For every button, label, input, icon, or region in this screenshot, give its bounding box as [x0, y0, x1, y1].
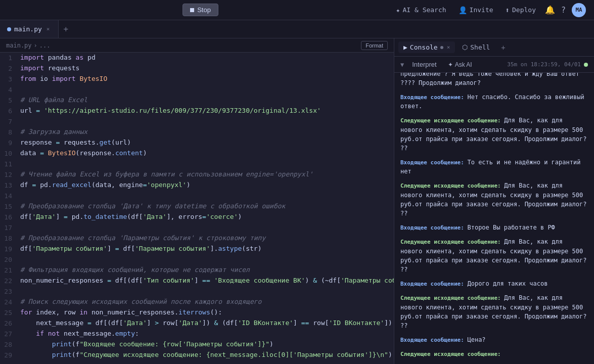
- deploy-icon: ⬆: [506, 6, 510, 14]
- outgoing-label: Следующее исходящее сообщение:: [400, 117, 504, 124]
- chat-message: Следующее исходящее сообщение: Доброе ут…: [400, 73, 588, 87]
- ai-search-label: AI & Search: [403, 6, 446, 14]
- editor-pane: main.py › ... Format 1 import pandas as …: [0, 38, 394, 364]
- code-line: 17: [0, 222, 394, 233]
- chat-message: Следующее исходящее сообщение: Для Вас, …: [400, 116, 588, 153]
- chat-area[interactable]: Следующее исходящее сообщение: Вы перест…: [394, 73, 594, 364]
- deploy-link[interactable]: ⬆ Deploy: [502, 4, 539, 16]
- timestamp-area: 35m on 18:23:59, 04/01: [507, 61, 588, 68]
- format-button[interactable]: Format: [361, 41, 388, 50]
- tab-add-button[interactable]: +: [59, 20, 73, 38]
- top-navbar: Stop ✦ AI & Search 👤 Invite ⬆ Deploy 🔔 ?…: [0, 0, 594, 20]
- deploy-label: Deploy: [512, 6, 536, 14]
- py-indicator: [7, 27, 11, 31]
- nav-right: ✦ AI & Search 👤 Invite ⬆ Deploy 🔔 ? MA: [393, 3, 586, 17]
- outgoing-label: Следующее исходящее сообщение:: [400, 295, 504, 301]
- tab-console[interactable]: ▶ Console ×: [398, 41, 455, 53]
- sparkle-icon: ✦: [396, 6, 400, 14]
- code-line: 6 url = 'https://aipetri-studio.ru/files…: [0, 106, 394, 116]
- bell-icon[interactable]: 🔔: [545, 5, 555, 15]
- console-label: Console: [410, 43, 438, 51]
- incoming-label: Входящее сообщение:: [400, 224, 467, 231]
- console-dot: [440, 46, 443, 49]
- chat-message: Входящее сообщение: Второе Вы работаете …: [400, 223, 588, 233]
- tab-add-right-button[interactable]: +: [497, 41, 509, 54]
- ask-ai-button[interactable]: ✦ Ask AI: [445, 60, 475, 70]
- code-line: 20: [0, 254, 394, 265]
- nav-center: Stop: [182, 4, 218, 16]
- interpret-button[interactable]: Interpret: [408, 59, 440, 70]
- tab-shell[interactable]: ⬡ Shell: [457, 41, 495, 53]
- code-line: 8 # Загрузка данных: [0, 127, 394, 138]
- stop-label: Stop: [197, 6, 211, 14]
- chat-message: Входящее сообщение: То есть и не надёжно…: [400, 158, 588, 176]
- code-line: 1 import pandas as pd: [0, 53, 394, 63]
- code-line: 22 non_numeric_responses = df[(df['Тип с…: [0, 276, 394, 286]
- code-line: 5 # URL файла Excel: [0, 95, 394, 106]
- code-area[interactable]: 1 import pandas as pd 2 import requests …: [0, 53, 394, 364]
- ask-ai-label: Ask AI: [455, 61, 472, 68]
- online-indicator: [584, 63, 588, 67]
- shell-icon: ⬡: [462, 43, 468, 51]
- outgoing-label: Следующее исходящее сообщение:: [400, 239, 504, 245]
- code-line: 12 # Чтение файла Excel из буфера в памя…: [0, 169, 394, 180]
- timestamp-text: 35m on 18:23:59, 04/01: [507, 61, 581, 68]
- outgoing-label: Следующее исходящее сообщение:: [400, 351, 501, 357]
- chat-message: Входящее сообщение: Цена?: [400, 335, 588, 345]
- interpret-bar: ▼ Interpret ✦ Ask AI 35m on 18:23:59, 04…: [394, 57, 594, 73]
- code-line: 29 print(f"Следующее исходящее сообщение…: [0, 350, 394, 360]
- incoming-label: Входящее сообщение:: [400, 159, 467, 166]
- breadcrumb-sep: ›: [34, 42, 37, 49]
- stop-button[interactable]: Stop: [182, 4, 218, 16]
- code-line: 16 df['Дата'] = pd.to_datetime(df['Дата'…: [0, 212, 394, 222]
- tab-main-py[interactable]: main.py ×: [0, 20, 59, 38]
- code-line: 25 for index, row in non_numeric_respons…: [0, 307, 394, 318]
- code-line: 18 # Преобразование столбца 'Параметры с…: [0, 233, 394, 244]
- code-line: 4: [0, 84, 394, 95]
- code-line: 21 # Фильтрация входящих сообщений, кото…: [0, 265, 394, 276]
- code-line: 9 response = requests.get(url): [0, 138, 394, 148]
- code-line: 13 df = pd.read_excel(data, engine='open…: [0, 180, 394, 191]
- code-line: 19 df['Параметры события'] = df['Парамет…: [0, 244, 394, 254]
- terminal-icon: ▶: [403, 43, 407, 51]
- code-line: 23: [0, 286, 394, 297]
- invite-link[interactable]: 👤 Invite: [455, 4, 496, 16]
- code-line: 10 data = BytesIO(response.content): [0, 148, 394, 159]
- chat-message: Следующее исходящее сообщение: Для Вас, …: [400, 181, 588, 218]
- console-close[interactable]: ×: [447, 44, 450, 51]
- code-line: 14: [0, 191, 394, 201]
- code-line: 27 if not next_message.empty:: [0, 329, 394, 339]
- incoming-label: Входящее сообщение:: [400, 281, 467, 287]
- code-lines: 1 import pandas as pd 2 import requests …: [0, 53, 394, 360]
- code-line: 15 # Преобразование столбца 'Дата' к тип…: [0, 201, 394, 212]
- code-line: 3 from io import BytesIO: [0, 74, 394, 84]
- code-line: 28 print(f"Входящее сообщение: {row['Пар…: [0, 339, 394, 350]
- ai-icon: ✦: [448, 61, 453, 68]
- chat-message: Следующее исходящее сообщение: Для Вас, …: [400, 293, 588, 330]
- avatar[interactable]: MA: [572, 3, 586, 17]
- chat-message: Входящее сообщение: Нет спасибо. Спасибо…: [400, 93, 588, 111]
- incoming-label: Входящее сообщение:: [400, 94, 467, 101]
- chat-message: Входящее сообщение: Дорого для таких час…: [400, 279, 588, 289]
- ai-search-link[interactable]: ✦ AI & Search: [393, 4, 449, 16]
- shell-label: Shell: [470, 43, 490, 51]
- right-tabs-row: ▶ Console × ⬡ Shell +: [394, 38, 594, 57]
- code-line: 24 # Поиск следующих исходящих сообщений…: [0, 297, 394, 307]
- help-icon[interactable]: ?: [561, 6, 566, 15]
- invite-label: Invite: [470, 6, 493, 14]
- incoming-label: Входящее сообщение:: [400, 337, 467, 343]
- editor-breadcrumb: main.py › ... Format: [0, 38, 394, 53]
- code-line: 2 import requests: [0, 63, 394, 74]
- tab-close-button[interactable]: ×: [45, 25, 52, 33]
- person-icon: 👤: [459, 6, 467, 14]
- tabs-row: main.py × +: [0, 20, 594, 38]
- code-line: 7: [0, 116, 394, 127]
- chat-message: Следующее исходящее сообщение:: [400, 349, 588, 359]
- breadcrumb-left: main.py › ...: [6, 42, 51, 49]
- code-line: 11: [0, 159, 394, 169]
- stop-icon: [190, 8, 194, 12]
- breadcrumb-dots: ...: [39, 42, 51, 49]
- tab-main-py-label: main.py: [14, 25, 42, 33]
- main-area: main.py › ... Format 1 import pandas as …: [0, 38, 594, 364]
- code-line: 26 next_message = df[(df['Дата'] > row['…: [0, 318, 394, 329]
